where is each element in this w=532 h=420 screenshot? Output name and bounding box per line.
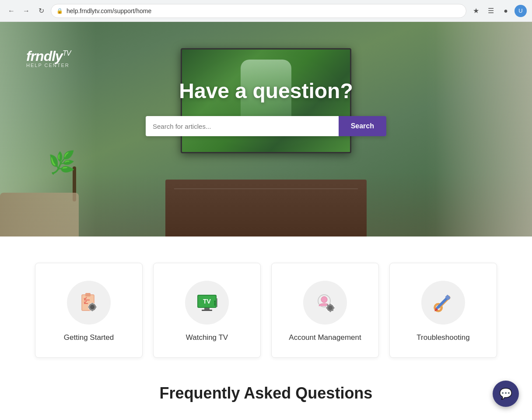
card-troubleshooting[interactable]: Troubleshooting: [389, 263, 497, 358]
tv-screen-icon: TV: [195, 290, 219, 315]
search-button[interactable]: Search: [339, 116, 386, 136]
chat-button[interactable]: 💬: [493, 381, 519, 407]
faq-title: Frequently Asked Questions: [35, 384, 497, 402]
clipboard-gear-icon: [77, 290, 101, 315]
forward-button[interactable]: →: [20, 5, 32, 17]
svg-rect-18: [217, 298, 217, 307]
hero-section: 🌿 frndlyTV HELP CENTER Have a question? …: [0, 22, 532, 236]
svg-rect-8: [88, 307, 90, 308]
user-gear-icon: [313, 290, 337, 315]
svg-rect-24: [330, 311, 331, 312]
svg-point-17: [214, 304, 216, 306]
svg-rect-25: [326, 307, 328, 309]
getting-started-icon-circle: [67, 281, 111, 325]
svg-rect-13: [204, 308, 210, 310]
svg-rect-14: [202, 310, 212, 311]
tv-stand: [165, 153, 367, 236]
card-account-management[interactable]: Account Management: [271, 263, 379, 358]
svg-rect-23: [330, 304, 331, 305]
avatar[interactable]: U: [514, 5, 527, 17]
svg-text:TV: TV: [203, 298, 211, 305]
wrench-screwdriver-icon: [431, 290, 455, 315]
plant-decoration: 🌿: [57, 131, 92, 201]
watching-tv-label: Watching TV: [186, 333, 228, 342]
svg-rect-7: [92, 310, 93, 311]
card-watching-tv[interactable]: TV Watching TV: [153, 263, 261, 358]
account-management-icon-circle: [303, 281, 347, 325]
svg-rect-26: [333, 307, 335, 309]
logo-brand: frndlyTV: [26, 48, 70, 64]
security-icon: 🔒: [56, 8, 63, 14]
watching-tv-icon-circle: TV: [185, 281, 229, 325]
chat-icon: 💬: [499, 388, 512, 400]
svg-point-16: [214, 303, 216, 304]
svg-point-22: [328, 306, 332, 310]
svg-point-20: [321, 296, 327, 303]
back-button[interactable]: ←: [5, 5, 18, 17]
extensions-button[interactable]: ☰: [485, 5, 497, 17]
hero-title: Have a question?: [179, 79, 353, 103]
tv-cabinet: [165, 180, 367, 236]
browser-actions: ★ ☰ ● U: [470, 5, 527, 17]
logo[interactable]: frndlyTV HELP CENTER: [26, 48, 70, 68]
getting-started-label: Getting Started: [64, 333, 114, 342]
menu-button[interactable]: ●: [500, 5, 512, 17]
svg-point-15: [214, 301, 216, 302]
troubleshooting-icon-circle: [421, 281, 465, 325]
address-bar-container: 🔒: [51, 4, 466, 18]
svg-rect-6: [92, 303, 93, 304]
card-getting-started[interactable]: Getting Started: [35, 263, 143, 358]
faq-section: Frequently Asked Questions: [0, 375, 532, 420]
cards-section: Getting Started TV Watching TV: [0, 236, 532, 375]
troubleshooting-label: Troubleshooting: [416, 333, 469, 342]
couch: [0, 193, 79, 236]
hero-content: Have a question? Search: [0, 22, 532, 136]
search-bar: Search: [146, 116, 386, 136]
account-management-label: Account Management: [289, 333, 361, 342]
refresh-button[interactable]: ↻: [35, 5, 47, 17]
svg-rect-9: [95, 307, 97, 308]
address-bar[interactable]: [66, 7, 461, 14]
svg-rect-1: [85, 293, 91, 296]
logo-subtitle: HELP CENTER: [26, 63, 70, 68]
browser-nav-buttons: ← → ↻: [5, 5, 47, 17]
bookmark-button[interactable]: ★: [470, 5, 482, 17]
browser-chrome: ← → ↻ 🔒 ★ ☰ ● U: [0, 0, 532, 22]
search-input[interactable]: [146, 116, 339, 136]
svg-point-5: [90, 305, 94, 309]
